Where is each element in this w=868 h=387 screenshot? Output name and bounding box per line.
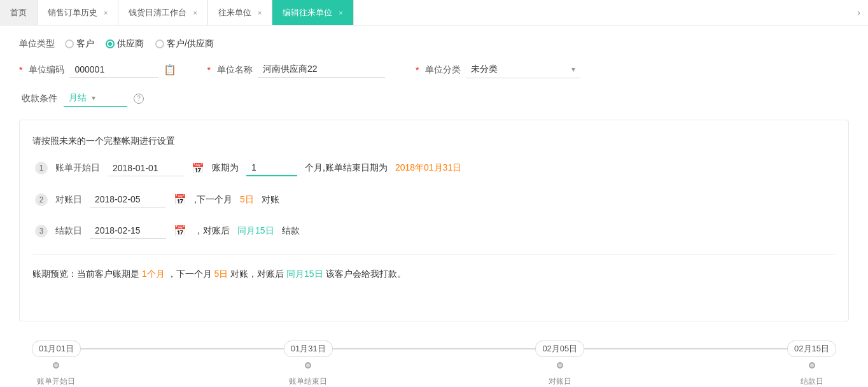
- unit-category-dropdown[interactable]: 未分类 ▾: [466, 61, 580, 78]
- payment-value: 月结: [69, 92, 87, 104]
- unit-name-label: 单位名称: [217, 64, 253, 76]
- payment-label: 收款条件: [22, 93, 57, 104]
- period-calendar-icon-2[interactable]: 📅: [174, 194, 186, 206]
- preview-end: 该客户会给我打款。: [326, 269, 406, 279]
- period-suffix-3a: ，对账后: [194, 225, 230, 237]
- timeline-label-4: 结款日: [801, 376, 823, 387]
- radio-supplier-circle: [106, 39, 115, 48]
- period-suffix-3b: 结款: [282, 225, 300, 237]
- period-box-title: 请按照未来的一个完整帐期进行设置: [32, 136, 836, 147]
- radio-supplier[interactable]: 供应商: [106, 38, 144, 50]
- unit-category-value: 未分类: [471, 64, 566, 75]
- unit-name-group: * 单位名称: [207, 62, 384, 78]
- period-date-input-2[interactable]: [90, 192, 166, 208]
- period-prefix-1: 账期为: [212, 162, 239, 174]
- timeline-points: 01月01日 账单开始日 01月31日 账单结束日 02月05日 对账日 02月…: [32, 341, 836, 387]
- timeline-label-2: 账单结束日: [289, 376, 327, 387]
- payment-condition-row: 收款条件 月结 ▾ ?: [22, 90, 849, 107]
- unit-name-input[interactable]: [258, 62, 385, 78]
- timeline-dot-4: [809, 362, 815, 369]
- period-highlight-3: 同月15日: [237, 225, 274, 237]
- timeline-point-2: 01月31日 账单结束日: [284, 341, 333, 387]
- period-date-input-1[interactable]: [108, 160, 184, 176]
- unit-category-label: 单位分类: [425, 64, 461, 76]
- tab-cashflow-label: 钱货日清工作台: [129, 7, 186, 18]
- period-field-label-3: 结款日: [55, 225, 82, 237]
- unit-name-required: *: [207, 65, 210, 75]
- tab-cashflow-close[interactable]: ×: [193, 9, 197, 17]
- unit-type-row: 单位类型 客户 供应商 客户/供应商: [19, 38, 849, 50]
- timeline-point-1: 01月01日 账单开始日: [32, 341, 81, 387]
- unit-type-label: 单位类型: [19, 38, 55, 50]
- unit-category-required: *: [416, 65, 419, 75]
- unit-fields-row: * 单位编码 📋 * 单位名称 * 单位分类 未分类 ▾: [19, 61, 849, 78]
- timeline-date-4: 02月15日: [787, 341, 836, 357]
- preview-middle1: ，下一个月: [167, 269, 212, 279]
- timeline-date-2: 01月31日: [284, 341, 333, 357]
- timeline-dot-1: [53, 362, 59, 369]
- radio-both[interactable]: 客户/供应商: [155, 38, 214, 50]
- preview-label: 账期预览：当前客户账期是: [32, 269, 139, 279]
- preview-part3: 同月15日: [286, 269, 323, 279]
- timeline-point-4: 02月15日 结款日: [787, 341, 836, 387]
- timeline-point-3: 02月05日 对账日: [535, 341, 584, 387]
- unit-code-required: *: [19, 65, 22, 75]
- unit-code-group: * 单位编码 📋: [19, 62, 176, 78]
- tab-home-label: 首页: [10, 7, 27, 18]
- payment-select[interactable]: 月结 ▾: [64, 90, 127, 107]
- radio-customer-label: 客户: [76, 38, 94, 50]
- tab-sales-history-close[interactable]: ×: [104, 9, 108, 17]
- tab-partner-close[interactable]: ×: [258, 9, 262, 17]
- preview-middle2: 对账，对账后: [230, 269, 284, 279]
- preview-section: 账期预览：当前客户账期是 1个月 ，下一个月 5日 对账，对账后 同月15日 该…: [32, 254, 836, 293]
- period-setup-box: 请按照未来的一个完整帐期进行设置 1 账单开始日 📅 账期为 个月,账单结束日期…: [19, 120, 849, 321]
- period-date-input-3[interactable]: [90, 223, 166, 239]
- period-num-2: 2: [35, 194, 48, 206]
- period-month-input[interactable]: [246, 160, 297, 176]
- tab-edit-partner-label: 编辑往来单位: [283, 7, 332, 18]
- tab-edit-partner-close[interactable]: ×: [339, 9, 342, 17]
- timeline-label-1: 账单开始日: [37, 376, 75, 387]
- period-row-3: 3 结款日 📅 ，对账后 同月15日 结款: [32, 223, 836, 239]
- chevron-down-icon: ▾: [571, 65, 575, 74]
- tab-bar-arrow[interactable]: ›: [850, 7, 868, 18]
- timeline-dot-2: [305, 362, 311, 369]
- timeline-date-1: 01月01日: [32, 341, 81, 357]
- tab-cashflow[interactable]: 钱货日清工作台 ×: [118, 0, 207, 25]
- tab-sales-history[interactable]: 销售订单历史 ×: [38, 0, 118, 25]
- tab-partner-label: 往来单位: [218, 7, 251, 18]
- tab-bar: 首页 销售订单历史 × 钱货日清工作台 × 往来单位 × 编辑往来单位 × ›: [0, 0, 868, 25]
- radio-customer-circle: [65, 39, 74, 48]
- period-calendar-icon-3[interactable]: 📅: [174, 225, 186, 237]
- preview-part1: 1个月: [142, 269, 165, 279]
- unit-code-label: 单位编码: [29, 64, 64, 76]
- radio-supplier-label: 供应商: [117, 38, 144, 50]
- period-num-3: 3: [35, 225, 48, 237]
- period-suffix-2a: ,下一个月: [194, 194, 232, 206]
- payment-chevron-icon: ▾: [92, 94, 95, 102]
- unit-category-group: * 单位分类 未分类 ▾: [416, 61, 580, 78]
- radio-customer[interactable]: 客户: [65, 38, 94, 50]
- period-field-label-2: 对账日: [55, 194, 82, 206]
- timeline-dot-3: [557, 362, 563, 369]
- tab-partner[interactable]: 往来单位 ×: [208, 0, 272, 25]
- period-suffix-2b: 对账: [262, 194, 279, 206]
- tab-home[interactable]: 首页: [0, 0, 38, 25]
- tab-edit-partner[interactable]: 编辑往来单位 ×: [272, 0, 353, 25]
- unit-code-input[interactable]: [69, 62, 158, 78]
- preview-text: 账期预览：当前客户账期是 1个月 ，下一个月 5日 对账，对账后 同月15日 该…: [32, 265, 836, 283]
- timeline-label-3: 对账日: [549, 376, 571, 387]
- period-calendar-icon-1[interactable]: 📅: [192, 162, 204, 174]
- period-suffix-1: 个月,账单结束日期为: [305, 162, 388, 174]
- help-icon[interactable]: ?: [134, 94, 144, 104]
- unit-code-calendar-icon[interactable]: 📋: [164, 64, 176, 76]
- radio-both-circle: [155, 39, 164, 48]
- radio-group-unit-type: 客户 供应商 客户/供应商: [65, 38, 214, 50]
- main-content: 单位类型 客户 供应商 客户/供应商 * 单位编码 📋 * 单位名称: [0, 25, 868, 387]
- timeline-date-3: 02月05日: [535, 341, 584, 357]
- tab-sales-history-label: 销售订单历史: [48, 7, 97, 18]
- radio-both-label: 客户/供应商: [167, 38, 214, 50]
- period-highlight-2: 5日: [240, 194, 254, 206]
- period-end-date-1: 2018年01月31日: [395, 162, 461, 174]
- period-field-label-1: 账单开始日: [55, 162, 100, 174]
